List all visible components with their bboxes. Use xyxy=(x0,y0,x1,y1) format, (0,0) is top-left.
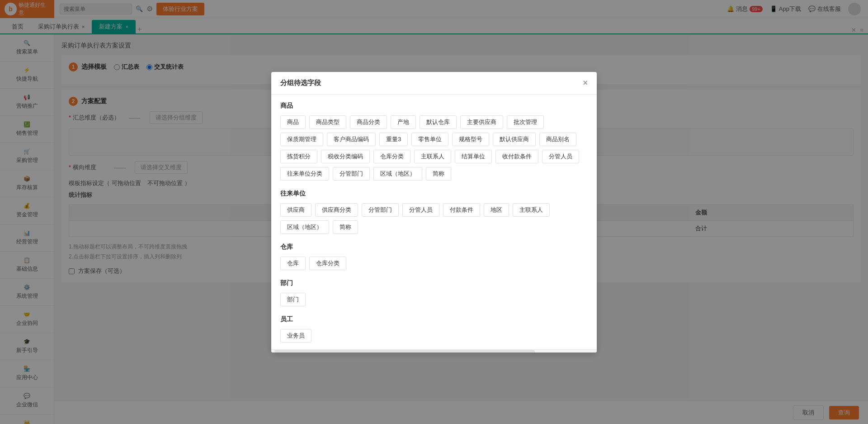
category-goods-tags: 商品 商品类型 商品分类 产地 默认仓库 主要供应商 批次管理 保质期管理 客户… xyxy=(280,115,588,181)
modal-title: 分组待选字段 xyxy=(280,79,321,87)
category-partner-title: 往来单位 xyxy=(280,190,588,198)
tag-short-name-partner[interactable]: 简称 xyxy=(333,220,358,234)
tag-region-partner[interactable]: 地区 xyxy=(484,203,509,217)
tag-pick-points[interactable]: 拣货积分 xyxy=(280,150,317,163)
modal-scrollbar-area[interactable] xyxy=(271,349,597,352)
tag-default-warehouse[interactable]: 默认仓库 xyxy=(420,115,457,129)
tag-tax-code[interactable]: 税收分类编码 xyxy=(321,150,370,163)
tag-payment-condition[interactable]: 付款条件 xyxy=(443,203,480,217)
category-department: 部门 部门 xyxy=(280,279,588,306)
category-warehouse-title: 仓库 xyxy=(280,243,588,251)
tag-mgmt-dept[interactable]: 分管部门 xyxy=(362,203,399,217)
category-dept-title: 部门 xyxy=(280,279,588,287)
tag-goods-alias[interactable]: 商品别名 xyxy=(539,133,576,146)
tag-batch-manage[interactable]: 批次管理 xyxy=(507,115,544,129)
tag-goods-type[interactable]: 商品类型 xyxy=(309,115,346,129)
category-goods: 商品 商品 商品类型 商品分类 产地 默认仓库 主要供应商 批次管理 保质期管理… xyxy=(280,102,588,181)
category-warehouse-tags: 仓库 仓库分类 xyxy=(280,257,588,270)
modal-header: 分组待选字段 × xyxy=(271,72,597,95)
tag-department[interactable]: 部门 xyxy=(280,293,306,306)
category-employee-tags: 业务员 xyxy=(280,329,588,343)
tag-region-goods[interactable]: 区域（地区） xyxy=(373,167,422,181)
category-employee: 员工 业务员 xyxy=(280,315,588,343)
tag-settlement-unit[interactable]: 结算单位 xyxy=(455,150,492,163)
tag-payment-terms[interactable]: 收付款条件 xyxy=(495,150,538,163)
tag-spec-model[interactable]: 规格型号 xyxy=(452,133,489,146)
tag-partner-category[interactable]: 往来单位分类 xyxy=(280,167,329,181)
tag-expiry-manage[interactable]: 保质期管理 xyxy=(280,133,323,146)
tag-warehouse-cat[interactable]: 仓库分类 xyxy=(309,257,346,270)
category-goods-title: 商品 xyxy=(280,102,588,110)
tag-weight3[interactable]: 重量3 xyxy=(379,133,408,146)
tag-short-name-goods[interactable]: 简称 xyxy=(426,167,451,181)
tag-salesperson[interactable]: 业务员 xyxy=(280,329,311,343)
modal-body: 商品 商品 商品类型 商品分类 产地 默认仓库 主要供应商 批次管理 保质期管理… xyxy=(271,95,597,350)
category-partner: 往来单位 供应商 供应商分类 分管部门 分管人员 付款条件 地区 主联系人 区域… xyxy=(280,190,588,234)
tag-supplier[interactable]: 供应商 xyxy=(280,203,311,217)
tag-supplier-category[interactable]: 供应商分类 xyxy=(315,203,358,217)
tag-main-contact[interactable]: 主联系人 xyxy=(414,150,451,163)
tag-manager[interactable]: 分管人员 xyxy=(542,150,579,163)
tag-main-supplier[interactable]: 主要供应商 xyxy=(460,115,503,129)
tag-mgmt-person[interactable]: 分管人员 xyxy=(402,203,439,217)
category-warehouse: 仓库 仓库 仓库分类 xyxy=(280,243,588,270)
tag-dept-manage[interactable]: 分管部门 xyxy=(333,167,370,181)
tag-warehouse[interactable]: 仓库 xyxy=(280,257,306,270)
category-employee-title: 员工 xyxy=(280,315,588,324)
category-partner-tags: 供应商 供应商分类 分管部门 分管人员 付款条件 地区 主联系人 区域（地区） … xyxy=(280,203,588,234)
modal-dialog: 分组待选字段 × 商品 商品 商品类型 商品分类 产地 默认仓库 主要供应商 批… xyxy=(271,72,597,353)
modal-close-button[interactable]: × xyxy=(583,78,588,88)
tag-main-contact-partner[interactable]: 主联系人 xyxy=(513,203,550,217)
tag-retail-unit[interactable]: 零售单位 xyxy=(411,133,448,146)
category-dept-tags: 部门 xyxy=(280,293,588,306)
tag-goods[interactable]: 商品 xyxy=(280,115,306,129)
tag-origin[interactable]: 产地 xyxy=(391,115,416,129)
tag-default-supplier[interactable]: 默认供应商 xyxy=(493,133,536,146)
tag-customer-code[interactable]: 客户商品编码 xyxy=(327,133,376,146)
tag-warehouse-category[interactable]: 仓库分类 xyxy=(373,150,410,163)
tag-goods-category[interactable]: 商品分类 xyxy=(350,115,387,129)
modal-overlay[interactable]: 分组待选字段 × 商品 商品 商品类型 商品分类 产地 默认仓库 主要供应商 批… xyxy=(0,0,868,424)
tag-region-area[interactable]: 区域（地区） xyxy=(280,220,329,234)
